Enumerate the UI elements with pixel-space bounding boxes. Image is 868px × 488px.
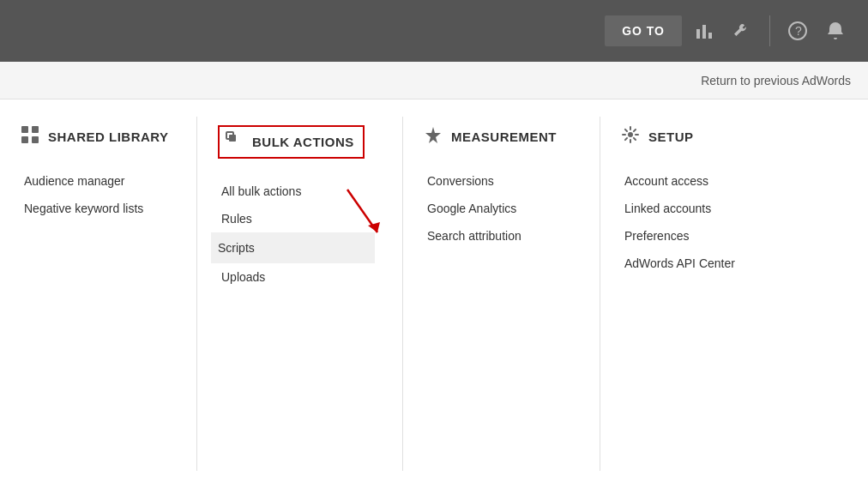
audience-manager-link[interactable]: Audience manager xyxy=(21,167,176,195)
svg-rect-0 xyxy=(696,29,700,39)
uploads-link[interactable]: Uploads xyxy=(218,263,382,291)
svg-text:?: ? xyxy=(795,24,802,38)
measurement-header: MEASUREMENT xyxy=(424,125,579,148)
wrench-icon[interactable] xyxy=(726,15,757,46)
preferences-link[interactable]: Preferences xyxy=(621,222,847,250)
topbar: GO TO ? xyxy=(0,0,868,62)
return-text: Return to previous AdWords xyxy=(701,74,851,87)
return-bar: Return to previous AdWords xyxy=(0,62,868,99)
shared-library-column: SHARED LIBRARY Audience manager Negative… xyxy=(0,117,197,471)
svg-rect-7 xyxy=(21,136,28,143)
bulk-actions-title: BULK ACTIONS xyxy=(252,135,354,149)
svg-rect-10 xyxy=(229,135,236,142)
svg-rect-8 xyxy=(32,136,39,143)
rules-link[interactable]: Rules xyxy=(218,205,382,232)
account-access-link[interactable]: Account access xyxy=(621,167,847,195)
shared-library-title: SHARED LIBRARY xyxy=(48,130,169,144)
topbar-divider xyxy=(769,15,770,46)
bell-icon[interactable] xyxy=(820,15,851,46)
svg-rect-6 xyxy=(32,126,39,133)
svg-marker-13 xyxy=(425,127,441,143)
linked-accounts-link[interactable]: Linked accounts xyxy=(621,195,847,222)
conversions-link[interactable]: Conversions xyxy=(424,167,579,195)
svg-point-14 xyxy=(628,132,633,137)
shared-library-icon xyxy=(21,125,39,148)
svg-rect-1 xyxy=(702,25,706,39)
bulk-actions-column: BULK ACTIONS All bulk actions Rules Scri… xyxy=(197,117,403,471)
main-content: SHARED LIBRARY Audience manager Negative… xyxy=(0,99,868,488)
measurement-icon xyxy=(424,125,443,148)
measurement-title: MEASUREMENT xyxy=(451,130,557,144)
bar-chart-icon[interactable] xyxy=(689,15,720,46)
scripts-link[interactable]: Scripts xyxy=(211,232,375,263)
svg-rect-5 xyxy=(21,126,28,133)
setup-header: SETUP xyxy=(621,125,847,148)
adwords-api-center-link[interactable]: AdWords API Center xyxy=(621,250,847,277)
goto-button[interactable]: GO TO xyxy=(605,15,682,46)
shared-library-header: SHARED LIBRARY xyxy=(21,125,176,148)
google-analytics-link[interactable]: Google Analytics xyxy=(424,195,579,222)
all-bulk-actions-link[interactable]: All bulk actions xyxy=(218,178,382,205)
bulk-actions-icon xyxy=(225,130,244,154)
negative-keyword-lists-link[interactable]: Negative keyword lists xyxy=(21,195,176,222)
setup-title: SETUP xyxy=(648,130,694,144)
setup-icon xyxy=(621,125,640,148)
scripts-link-container: Scripts xyxy=(218,232,382,263)
setup-column: SETUP Account access Linked accounts Pre… xyxy=(600,117,868,471)
svg-rect-2 xyxy=(708,33,712,39)
measurement-column: MEASUREMENT Conversions Google Analytics… xyxy=(403,117,600,471)
help-icon[interactable]: ? xyxy=(782,15,813,46)
search-attribution-link[interactable]: Search attribution xyxy=(424,222,579,250)
bulk-actions-header-box: BULK ACTIONS xyxy=(218,125,365,159)
